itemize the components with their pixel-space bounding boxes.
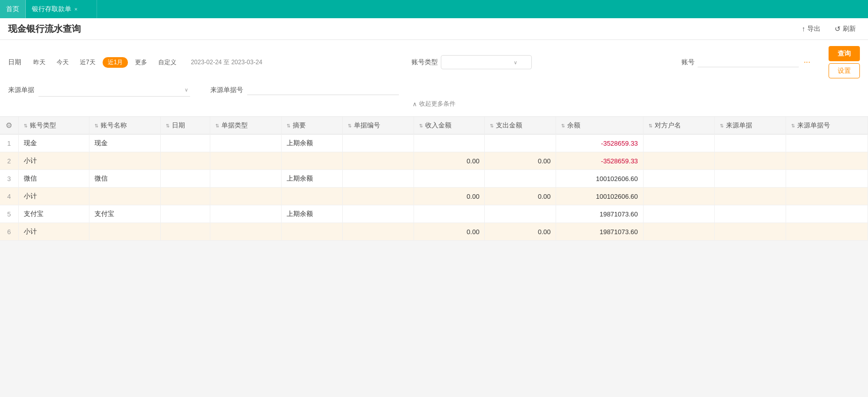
cell-income-3: 0.00 <box>414 188 485 205</box>
col-header-account_name[interactable]: ⇅账号名称 <box>89 117 161 135</box>
header-actions: ↑ 导出 ↺ 刷新 <box>798 22 860 35</box>
cell-source_doc-1 <box>714 152 786 170</box>
cell-summary-0: 上期余额 <box>281 135 342 152</box>
sort-icon-account_type: ⇅ <box>24 123 28 128</box>
account-type-label: 账号类型 <box>412 58 438 67</box>
cell-account_name-3 <box>89 188 161 205</box>
cell-income-2 <box>414 170 485 188</box>
table-row: 6小计0.000.0019871073.60 <box>0 223 868 241</box>
col-header-counterpart[interactable]: ⇅对方户名 <box>643 117 714 135</box>
cell-account_name-5 <box>89 223 161 241</box>
cell-account_type-5: 小计 <box>18 223 89 241</box>
tab-close-icon[interactable]: × <box>74 6 77 12</box>
col-header-account_type[interactable]: ⇅账号类型 <box>18 117 89 135</box>
cell-source_doc-0 <box>714 135 786 152</box>
col-label-date: 日期 <box>172 121 185 129</box>
date-option-自定义[interactable]: 自定义 <box>154 57 180 68</box>
sort-icon-summary: ⇅ <box>287 123 291 128</box>
col-label-counterpart: 对方户名 <box>655 121 681 129</box>
col-header-date[interactable]: ⇅日期 <box>161 117 210 135</box>
cell-summary-1 <box>281 152 342 170</box>
refresh-button[interactable]: ↺ 刷新 <box>831 22 860 35</box>
source-doc-label: 来源单据 <box>8 85 34 95</box>
account-more-button[interactable]: ··· <box>802 58 812 67</box>
settings-button[interactable]: 设置 <box>829 63 860 78</box>
cell-settings-1: 2 <box>0 152 18 170</box>
col-label-summary: 摘要 <box>293 121 306 129</box>
sort-icon-expense: ⇅ <box>490 123 494 128</box>
cell-balance-4: 19871073.60 <box>556 205 644 223</box>
collapse-bar[interactable]: ∧ 收起更多条件 <box>8 97 860 110</box>
cell-doc_type-2 <box>210 170 281 188</box>
cell-summary-4: 上期余额 <box>281 205 342 223</box>
nav-tab-银行存取款单[interactable]: 银行存取款单× <box>26 0 97 18</box>
cell-settings-5: 6 <box>0 223 18 241</box>
cell-doc_type-1 <box>210 152 281 170</box>
home-label: 首页 <box>6 5 19 14</box>
export-button[interactable]: ↑ 导出 <box>798 22 825 35</box>
top-navigation: 首页 收款单×付款单×其他收入单×应收应付调整单×银行存取款单×预收冲应收单×收… <box>0 0 868 18</box>
col-header-balance[interactable]: ⇅余额 <box>556 117 644 135</box>
date-label: 日期 <box>8 58 21 67</box>
date-option-近7天[interactable]: 近7天 <box>76 57 100 68</box>
col-header-source_doc_num[interactable]: ⇅来源单据号 <box>786 117 867 135</box>
nav-tabs: 收款单×付款单×其他收入单×应收应付调整单×银行存取款单×预收冲应收单×收款核销… <box>26 0 97 18</box>
cell-expense-0 <box>485 135 556 152</box>
cell-income-4 <box>414 205 485 223</box>
table-settings-icon[interactable]: ⚙ <box>6 121 12 129</box>
col-header-source_doc[interactable]: ⇅来源单据 <box>714 117 786 135</box>
account-type-arrow-icon: ∨ <box>514 60 517 65</box>
cell-date-2 <box>161 170 210 188</box>
nav-home[interactable]: 首页 <box>0 0 26 18</box>
cell-date-1 <box>161 152 210 170</box>
col-label-account_name: 账号名称 <box>101 121 127 129</box>
export-icon: ↑ <box>802 25 805 33</box>
sort-icon-balance: ⇅ <box>561 123 565 128</box>
sort-icon-counterpart: ⇅ <box>649 123 653 128</box>
col-label-source_doc: 来源单据 <box>726 121 752 129</box>
refresh-label: 刷新 <box>843 24 856 33</box>
table-row: 2小计0.000.00-3528659.33 <box>0 152 868 170</box>
export-label: 导出 <box>807 24 820 33</box>
source-doc-num-filter: 来源单据号 <box>210 85 399 95</box>
source-doc-num-input[interactable] <box>247 85 399 95</box>
cell-account_name-4: 支付宝 <box>89 205 161 223</box>
col-label-doc_number: 单据编号 <box>354 121 380 129</box>
col-header-income[interactable]: ⇅收入金额 <box>414 117 485 135</box>
cell-account_type-1: 小计 <box>18 152 89 170</box>
collapse-label: 收起更多条件 <box>419 100 455 108</box>
date-option-今天[interactable]: 今天 <box>53 57 73 68</box>
date-option-近1月[interactable]: 近1月 <box>103 57 128 68</box>
date-range: 2023-02-24 至 2023-03-24 <box>191 58 262 67</box>
cell-settings-2: 3 <box>0 170 18 188</box>
col-header-summary[interactable]: ⇅摘要 <box>281 117 342 135</box>
filter-row-1: 日期 昨天今天近7天近1月更多自定义 2023-02-24 至 2023-03-… <box>8 46 860 78</box>
cell-balance-5: 19871073.60 <box>556 223 644 241</box>
cell-expense-1: 0.00 <box>485 152 556 170</box>
cell-source_doc_num-3 <box>786 188 867 205</box>
cell-account_type-0: 现金 <box>18 135 89 152</box>
sort-icon-date: ⇅ <box>166 123 170 128</box>
cell-source_doc_num-5 <box>786 223 867 241</box>
date-option-更多[interactable]: 更多 <box>131 57 151 68</box>
query-button[interactable]: 查询 <box>829 46 860 61</box>
cell-date-5 <box>161 223 210 241</box>
cell-doc_number-4 <box>342 205 414 223</box>
col-label-income: 收入金额 <box>425 121 451 129</box>
table-container: ⚙⇅账号类型⇅账号名称⇅日期⇅单据类型⇅摘要⇅单据编号⇅收入金额⇅支出金额⇅余额… <box>0 117 868 241</box>
table-row: 1现金现金上期余额-3528659.33 <box>0 135 868 152</box>
date-option-昨天[interactable]: 昨天 <box>29 57 50 68</box>
cell-source_doc-4 <box>714 205 786 223</box>
cell-source_doc-2 <box>714 170 786 188</box>
account-type-select[interactable]: ∨ <box>441 55 532 69</box>
col-label-doc_type: 单据类型 <box>221 121 248 129</box>
account-filter: 账号 ··· <box>681 57 812 67</box>
col-header-expense[interactable]: ⇅支出金额 <box>485 117 556 135</box>
filter-area: 日期 昨天今天近7天近1月更多自定义 2023-02-24 至 2023-03-… <box>0 40 868 117</box>
col-header-doc_number[interactable]: ⇅单据编号 <box>342 117 414 135</box>
account-label: 账号 <box>681 58 695 67</box>
cell-source_doc-5 <box>714 223 786 241</box>
col-header-doc_type[interactable]: ⇅单据类型 <box>210 117 281 135</box>
account-input[interactable] <box>698 57 799 67</box>
source-doc-select[interactable]: ∨ <box>38 83 190 97</box>
